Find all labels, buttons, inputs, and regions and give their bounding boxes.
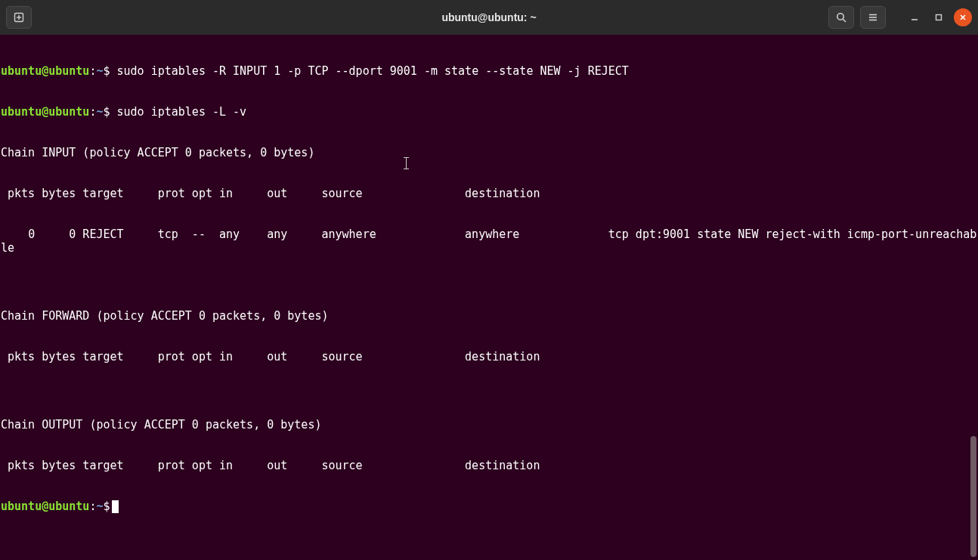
prompt-user: ubuntu@ubuntu [1,500,89,513]
window-title: ubuntu@ubuntu: ~ [441,11,536,24]
new-tab-icon [13,11,25,23]
output-line: Chain INPUT (policy ACCEPT 0 packets, 0 … [1,146,978,159]
prompt-symbol: $ [103,105,110,119]
text-cursor-ibeam [406,157,407,169]
prompt-symbol: $ [103,64,110,78]
output-line: Chain OUTPUT (policy ACCEPT 0 packets, 0… [1,418,978,432]
prompt-symbol: $ [103,500,110,513]
hamburger-icon [867,11,879,23]
output-line: pkts bytes target prot opt in out source… [1,459,978,472]
minimize-button[interactable] [905,8,924,26]
prompt-line: ubuntu@ubuntu:~$ sudo iptables -L -v [1,105,978,119]
svg-rect-9 [936,15,942,20]
search-icon [835,11,847,23]
output-line: pkts bytes target prot opt in out source… [1,187,978,200]
prompt-line: ubuntu@ubuntu:~$ [1,500,978,513]
maximize-button[interactable] [930,8,948,26]
prompt-line: ubuntu@ubuntu:~$ sudo iptables -R INPUT … [1,64,978,78]
svg-line-4 [843,19,846,22]
output-line: pkts bytes target prot opt in out source… [1,350,978,364]
scrollbar-thumb[interactable] [970,436,976,557]
menu-button[interactable] [860,6,886,29]
output-line: 0 0 REJECT tcp -- any any anywhere anywh… [1,227,978,255]
search-button[interactable] [828,6,854,29]
output-line: Chain FORWARD (policy ACCEPT 0 packets, … [1,309,978,323]
minimize-icon [910,13,919,22]
close-icon [958,13,967,22]
terminal-area[interactable]: ubuntu@ubuntu:~$ sudo iptables -R INPUT … [0,35,978,560]
svg-point-3 [837,14,843,20]
new-tab-button[interactable] [6,6,32,29]
maximize-icon [934,13,943,22]
prompt-user: ubuntu@ubuntu [1,105,89,119]
titlebar: ubuntu@ubuntu: ~ [0,0,978,35]
command-text: sudo iptables -R INPUT 1 -p TCP --dport … [117,64,629,78]
prompt-user: ubuntu@ubuntu [1,64,89,78]
block-cursor [112,500,119,513]
close-button[interactable] [954,8,972,26]
command-text: sudo iptables -L -v [117,105,247,119]
